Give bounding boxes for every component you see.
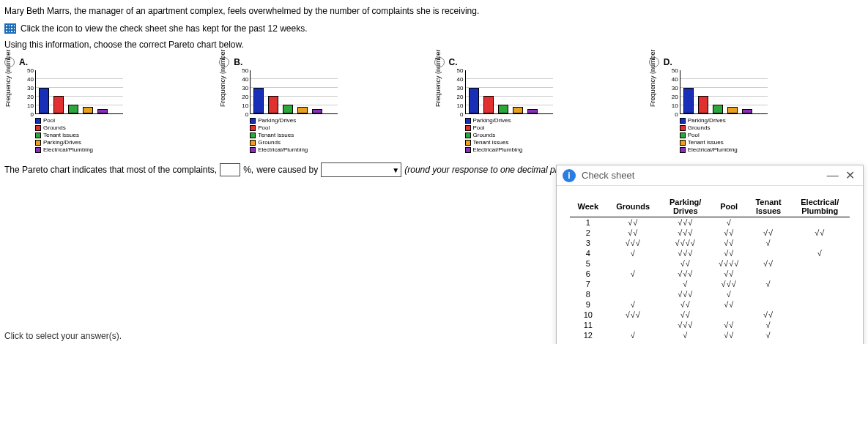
option-a: A. Frequency (number 50 40 30 20 10 0 (4, 57, 219, 149)
table-row: 9√√√√√ (570, 299, 850, 310)
chart-d-plot (680, 70, 768, 114)
table-row: 11√√√√√√ (570, 320, 850, 330)
table-row: 6√√√√√√ (570, 269, 850, 279)
table-row: 1√√√√√√ (570, 217, 850, 228)
table-row: 2√√√√√√√√√√√ (570, 228, 850, 238)
popup-title: Check sheet (582, 170, 826, 181)
options-row: A. Frequency (number 50 40 30 20 10 0 (4, 57, 864, 149)
option-a-label: A. (19, 57, 28, 67)
chevron-down-icon: ▼ (392, 166, 399, 174)
check-sheet-popup: i Check sheet — ✕ Week Grounds Parking/D… (556, 165, 864, 344)
option-d-label: D. (664, 57, 672, 67)
percent-input[interactable] (220, 163, 240, 176)
option-c-label: C. (449, 57, 458, 67)
chart-c-plot (465, 70, 553, 114)
check-sheet-icon[interactable] (4, 23, 16, 34)
table-row: 8√√√√ (570, 289, 850, 299)
intro-text-1: Mary Beth Marrs, the manager of an apart… (4, 6, 864, 16)
y-axis-label: Frequency (number (4, 49, 12, 107)
intro-text-3: Using this information, choose the corre… (4, 40, 864, 50)
legend-a: Pool Grounds Tenant issues Parking/Drive… (35, 117, 93, 154)
table-row: 10√√√√√√√ (570, 310, 850, 320)
legend-b: Parking/Drives Pool Tenant issues Ground… (250, 117, 308, 154)
option-b-label: B. (234, 57, 242, 67)
table-row: 7√√√√√ (570, 279, 850, 289)
chart-a-plot (35, 70, 123, 114)
minimize-icon[interactable]: — (826, 169, 840, 182)
table-row: 12√√√√√ (570, 330, 850, 340)
option-d: D. Frequency (number 50 40 30 20 10 0 (649, 57, 864, 149)
table-row: 5√√√√√√√√ (570, 258, 850, 269)
info-icon: i (563, 169, 576, 182)
table-row: 4√√√√√√√ (570, 248, 850, 258)
close-icon[interactable]: ✕ (842, 168, 857, 182)
intro-text-2: Click the icon to view the check sheet s… (21, 23, 308, 34)
table-row: 3√√√√√√√√√√ (570, 238, 850, 248)
cause-select[interactable]: ▼ (321, 162, 401, 177)
option-b: B. Frequency (number 50 40 30 20 10 0 (219, 57, 434, 149)
legend-d: Parking/Drives Grounds Pool Tenant issue… (680, 117, 738, 154)
check-sheet-table: Week Grounds Parking/Drives Pool TenantI… (570, 196, 850, 340)
legend-c: Parking/Drives Pool Grounds Tenant issue… (465, 117, 523, 154)
option-c: C. Frequency (number 50 40 30 20 10 0 (434, 57, 649, 149)
chart-b-plot (250, 70, 338, 114)
y-ticks: 50 40 30 20 10 0 (21, 70, 34, 114)
